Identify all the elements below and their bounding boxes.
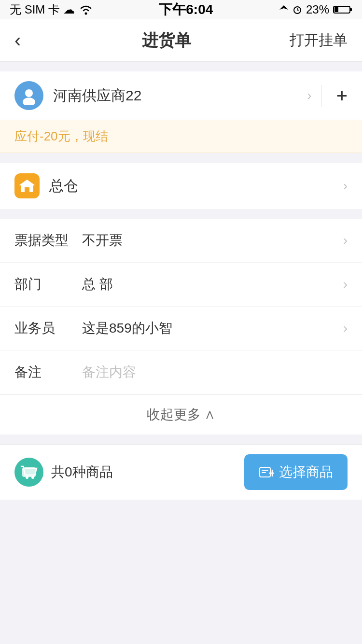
form-label-salesperson: 业务员	[14, 319, 77, 337]
warehouse-icon	[14, 173, 40, 198]
battery-label: 23%	[306, 3, 329, 16]
product-cart-icon	[14, 458, 43, 487]
warehouse-chevron-icon: ›	[343, 178, 348, 194]
form-value-department: 总 部	[82, 275, 343, 294]
nav-bar: ‹ 进货单 打开挂单	[0, 19, 362, 62]
svg-point-6	[23, 98, 35, 105]
form-value-remark[interactable]: 备注内容	[82, 363, 348, 381]
select-product-label: 选择商品	[279, 463, 333, 481]
page-background	[0, 500, 362, 644]
collapse-button[interactable]: 收起更多 ∧	[0, 394, 362, 434]
wifi-icon	[79, 4, 93, 15]
status-time: 下午6:04	[159, 0, 213, 19]
form-value-ticket: 不开票	[82, 231, 343, 250]
select-product-button[interactable]: 选择商品	[244, 454, 348, 490]
form-label-ticket: 票据类型	[14, 231, 77, 250]
top-divider	[0, 62, 362, 71]
form-row-remark[interactable]: 备注 备注内容	[0, 350, 362, 394]
warehouse-row[interactable]: 总仓 ›	[0, 163, 362, 209]
ticket-chevron-icon: ›	[343, 233, 348, 248]
form-section: 票据类型 不开票 › 部门 总 部 › 业务员 这是859的小智 › 备注 备注…	[0, 219, 362, 434]
status-bar: 无 SIM 卡 ☁ 下午6:04 23%	[0, 0, 362, 19]
no-sim-label: 无 SIM 卡 ☁	[10, 2, 75, 17]
svg-point-5	[25, 89, 33, 97]
bottom-bar: 共0种商品 选择商品	[0, 444, 362, 500]
form-row-salesperson[interactable]: 业务员 这是859的小智 ›	[0, 307, 362, 350]
svg-marker-8	[19, 180, 35, 185]
supplier-section: 河南供应商22 › + 应付-20元，现结	[0, 71, 362, 153]
page-title: 进货单	[142, 29, 191, 52]
supplier-add-button[interactable]: +	[321, 85, 348, 107]
person-icon	[20, 86, 38, 105]
status-left: 无 SIM 卡 ☁	[10, 2, 93, 17]
department-chevron-icon: ›	[343, 277, 348, 292]
svg-point-12	[31, 476, 34, 479]
alarm-icon	[292, 5, 302, 14]
supplier-chevron-icon: ›	[307, 88, 311, 103]
salesperson-chevron-icon: ›	[343, 321, 348, 336]
svg-point-11	[26, 476, 28, 479]
form-label-remark: 备注	[14, 363, 77, 381]
location-icon	[279, 5, 289, 14]
form-row-department[interactable]: 部门 总 部 ›	[0, 263, 362, 307]
form-row-ticket[interactable]: 票据类型 不开票 ›	[0, 219, 362, 263]
form-value-salesperson: 这是859的小智	[82, 319, 343, 337]
form-label-department: 部门	[14, 275, 77, 294]
status-right: 23%	[279, 3, 352, 16]
svg-rect-9	[25, 187, 29, 192]
supplier-avatar	[14, 81, 43, 110]
back-button[interactable]: ‹	[14, 29, 43, 51]
supplier-name: 河南供应商22	[53, 86, 307, 106]
open-pending-button[interactable]: 打开挂单	[290, 30, 348, 50]
svg-rect-3	[334, 7, 338, 12]
select-product-icon	[259, 465, 274, 479]
svg-point-0	[84, 13, 87, 15]
supplier-notice: 应付-20元，现结	[0, 120, 362, 153]
warehouse-name: 总仓	[49, 176, 343, 196]
product-count-label: 共0种商品	[51, 463, 244, 481]
warehouse-section: 总仓 ›	[0, 163, 362, 209]
supplier-row[interactable]: 河南供应商22 › +	[0, 71, 362, 120]
battery-icon	[333, 5, 352, 14]
svg-rect-4	[350, 8, 352, 11]
